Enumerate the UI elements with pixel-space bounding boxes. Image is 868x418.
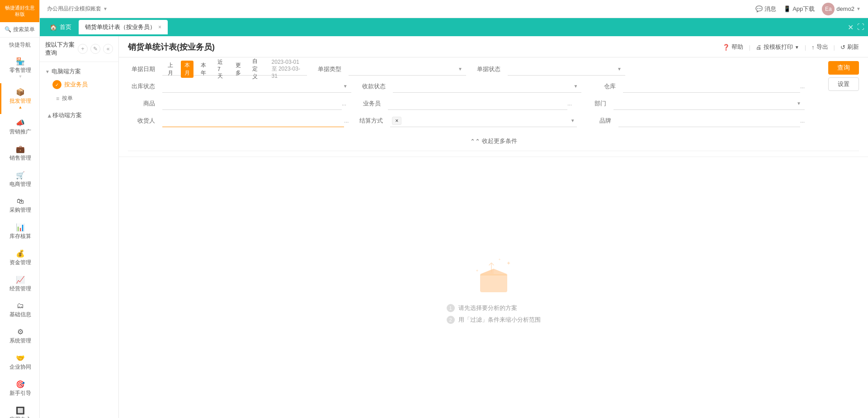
date-range-text: 2023-03-01 至 2023-03-31 [272, 59, 305, 79]
salesperson-input[interactable] [388, 97, 567, 110]
left-panel-tools: + ✎ « [78, 44, 113, 54]
topbar: 办公用品行业模拟账套 ▼ 💬 消息 📱 App下载 Ea demo2 ▼ [40, 0, 868, 18]
empty-state: ✦ ✦ ✦ 1 请先选择要分析的方案 2 [119, 157, 868, 418]
export-button[interactable]: ↑ 导出 [811, 43, 828, 51]
sidebar-item-label: 经营管理 [9, 285, 31, 293]
brand-label: 品牌 [584, 117, 611, 125]
filter-row-4: 收货人 ... 结算方式 × ▼ 品牌 [128, 114, 859, 127]
chevron-down-icon: ▼ [573, 84, 578, 89]
brand-more-icon[interactable]: ... [800, 118, 805, 124]
message-button[interactable]: 💬 消息 [755, 5, 776, 13]
receiver-input[interactable] [162, 114, 344, 127]
sidebar-item-sales[interactable]: 💼 销售管理 [0, 140, 39, 166]
date-btn-more[interactable]: 更多 [232, 61, 245, 78]
collapse-panel-button[interactable]: « [103, 44, 113, 54]
collapse-button[interactable]: ⌃⌃ 收起更多条件 [465, 135, 523, 147]
filter-row-1: 单据日期 上月 本月 本年 近7天 更多 自定义 2023-03-01 至 20… [128, 63, 859, 76]
salesperson-more-icon[interactable]: ... [567, 100, 572, 107]
sidebar-item-wholesale[interactable]: 📦 批发管理 ▲ [0, 83, 39, 114]
tab-close-all-button[interactable]: ✕ [848, 23, 854, 32]
sidebar-item-inventory[interactable]: 📊 库存核算 [0, 218, 39, 245]
filter-row-3: 商品 ... 业务员 ... 部门 ▼ [128, 97, 859, 110]
scheme-by-order[interactable]: ≡ 按单 [40, 92, 118, 105]
tab-home[interactable]: 🏠 首页 [43, 20, 78, 34]
sidebar-item-retail[interactable]: 🏪 零售管理 ▼ [0, 52, 39, 83]
date-btn-this-year[interactable]: 本年 [197, 61, 210, 78]
left-panel: 按以下方案查询 + ✎ « ▼ 电脑端方案 ✓ 按业务员 ≡ 按单 [40, 36, 119, 418]
warehouse-input[interactable] [623, 80, 800, 93]
sidebar-item-marketing[interactable]: 📣 营销推广 [0, 114, 39, 140]
template-print-button[interactable]: 🖨 按模板打印 ▼ [756, 43, 799, 51]
help-button[interactable]: ❓ 帮助 [722, 43, 743, 51]
doc-status-label: 单据状态 [473, 65, 500, 73]
sidebar-item-finance[interactable]: 💰 资金管理 [0, 245, 39, 271]
receiver-more-icon[interactable]: ... [344, 118, 349, 124]
sidebar-search[interactable]: 🔍 搜索菜单 [0, 22, 39, 38]
sidebar-item-basic[interactable]: 🗂 基础信息 [0, 297, 39, 323]
mobile-scheme-group[interactable]: ▶ 移动端方案 [40, 109, 118, 122]
sidebar-item-enterprise[interactable]: 🤝 企业协同 [0, 349, 39, 375]
payment-label: 收款状态 [359, 82, 386, 90]
tab-maximize-button[interactable]: ⛶ [857, 23, 864, 31]
brand-input[interactable] [618, 114, 800, 127]
chevron-down-icon: ▼ [856, 6, 861, 11]
doc-type-dropdown[interactable]: ▼ [349, 63, 466, 76]
outbound-label: 出库状态 [128, 82, 155, 90]
breadcrumb-text: 办公用品行业模拟账套 [47, 5, 101, 13]
app-download-label: App下载 [793, 5, 815, 13]
sidebar-item-label: 应用中心 [9, 416, 31, 418]
sidebar-item-appstore[interactable]: 🔲 应用中心 [0, 402, 39, 418]
nav-label: 快捷导航 [9, 41, 31, 49]
outbound-dropdown[interactable]: ▼ [162, 80, 351, 93]
sidebar-item-label: 基础信息 [9, 311, 31, 318]
query-button[interactable]: 查询 [828, 61, 859, 75]
export-icon: ↑ [811, 44, 815, 51]
template-print-label: 按模板打印 [764, 43, 793, 51]
desktop-group-label: 电脑端方案 [52, 67, 81, 76]
date-btn-last-7days[interactable]: 近7天 [214, 57, 228, 81]
right-panel: 销货单统计表(按业务员) ❓ 帮助 | 🖨 按模板打印 ▼ | [119, 36, 868, 418]
chevron-up-icon: ▲ [19, 105, 23, 109]
doc-status-dropdown[interactable]: ▼ [508, 63, 625, 76]
warehouse-more-icon[interactable]: ... [800, 83, 805, 90]
scheme-icon: ✓ [52, 80, 61, 89]
empty-box-svg: ✦ ✦ ✦ [471, 252, 516, 297]
page-header: 销货单统计表(按业务员) ❓ 帮助 | 🖨 按模板打印 ▼ | [119, 36, 868, 57]
app-download-button[interactable]: 📱 App下载 [783, 5, 815, 13]
scheme-by-salesperson[interactable]: ✓ 按业务员 [40, 77, 118, 92]
sidebar-item-system[interactable]: ⚙ 系统管理 [0, 323, 39, 349]
department-dropdown[interactable]: ▼ [613, 97, 805, 110]
marketing-icon: 📣 [16, 119, 25, 127]
product-more-icon[interactable]: ... [342, 100, 346, 107]
search-label: 搜索菜单 [13, 26, 35, 33]
sidebar-item-ecommerce[interactable]: 🛒 电商管理 [0, 166, 39, 193]
sidebar: 畅捷通好生意 标版 🔍 搜索菜单 快捷导航 🏪 零售管理 ▼ 📦 批发管理 ▲ … [0, 0, 40, 418]
product-label: 商品 [128, 100, 155, 108]
settlement-tag-value: × [395, 118, 398, 124]
add-scheme-button[interactable]: + [78, 44, 88, 54]
sidebar-item-operations[interactable]: 📈 经营管理 [0, 271, 39, 297]
sidebar-item-label: 零售管理 [9, 66, 31, 74]
quick-nav[interactable]: 快捷导航 [0, 38, 39, 52]
receiver-label: 收货人 [128, 117, 155, 125]
tab-sales-stats[interactable]: 销货单统计表（按业务员） × [79, 20, 168, 34]
brand-control: ... [618, 114, 805, 127]
product-input[interactable] [162, 97, 342, 110]
basic-icon: 🗂 [17, 302, 24, 310]
settings-button[interactable]: 设置 [828, 77, 859, 91]
tab-close-button[interactable]: × [158, 24, 161, 30]
refresh-button[interactable]: ↺ 刷新 [840, 43, 859, 51]
user-menu[interactable]: Ea demo2 ▼ [822, 3, 861, 15]
sidebar-item-newbie[interactable]: 🎯 新手引导 [0, 375, 39, 402]
svg-text:✦: ✦ [476, 269, 479, 273]
date-btn-this-month[interactable]: 本月 [181, 61, 194, 78]
edit-scheme-button[interactable]: ✎ [90, 44, 100, 54]
date-btn-custom[interactable]: 自定义 [249, 57, 264, 81]
system-icon: ⚙ [17, 328, 24, 336]
logo-text: 畅捷通好生意 标版 [3, 5, 37, 18]
desktop-group-toggle[interactable]: ▼ 电脑端方案 [40, 66, 118, 77]
sidebar-item-purchase[interactable]: 🛍 采购管理 [0, 193, 39, 218]
payment-dropdown[interactable]: ▼ [393, 80, 582, 93]
message-label: 消息 [764, 5, 776, 13]
date-btn-last-month[interactable]: 上月 [164, 61, 177, 78]
